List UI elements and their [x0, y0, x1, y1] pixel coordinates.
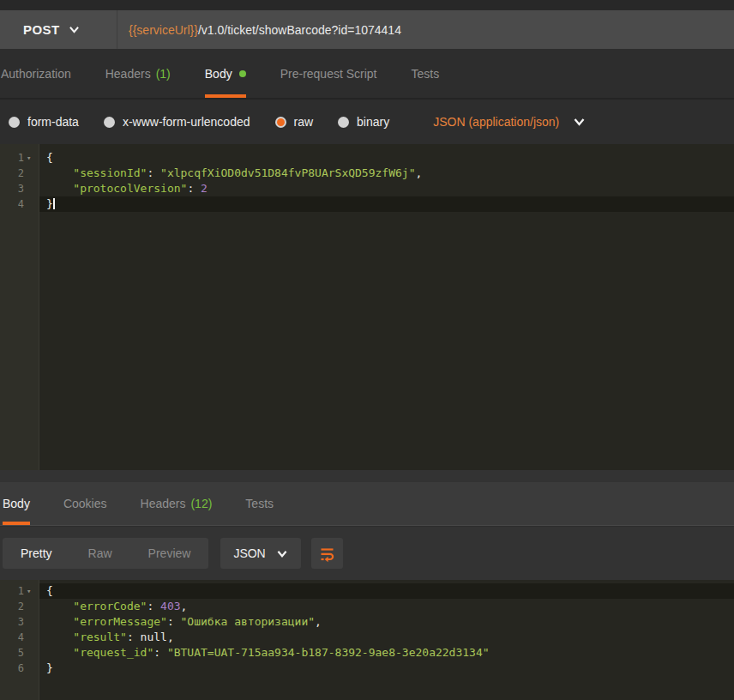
request-body-editor[interactable]: 1▾{2 "sessionId": "xlpcqfXiOD0dv51D84fvP…	[0, 144, 734, 470]
token-key: "sessionId"	[73, 166, 147, 179]
token-string: "BTUAT=UAT-715aa934-b187-8392-9ae8-3e20a…	[167, 646, 490, 659]
top-strip	[0, 0, 734, 10]
view-mode-pretty[interactable]: Pretty	[3, 538, 70, 569]
content-type-selector[interactable]: JSON (application/json)	[433, 115, 586, 129]
fold-icon[interactable]: ▾	[27, 583, 31, 599]
token-plain: ,	[415, 166, 422, 179]
tab-label: Authorization	[1, 67, 71, 81]
code-text[interactable]: {	[39, 583, 734, 599]
chevron-down-icon	[573, 117, 586, 127]
code-text[interactable]: "request_id": "BTUAT=UAT-715aa934-b187-8…	[39, 645, 734, 661]
line-gutter: 4	[0, 630, 39, 645]
token-key: "errorMessage"	[73, 615, 167, 628]
fold-icon[interactable]: ▾	[27, 150, 31, 166]
content-type-label: JSON (application/json)	[433, 115, 559, 129]
token-plain: }	[46, 661, 53, 674]
tab-label: Body	[3, 497, 30, 510]
token-plain: :	[147, 166, 160, 179]
token-plain: :	[127, 631, 141, 643]
line-number: 4	[0, 196, 24, 212]
request-tab-body[interactable]: Body	[205, 49, 246, 98]
line-gutter: 3	[0, 181, 39, 196]
request-url-bar: POST {{serviceUrl}}/v1.0/ticket/showBarc…	[0, 10, 734, 49]
response-format-dropdown[interactable]: JSON	[220, 538, 300, 569]
method-selector[interactable]: POST	[0, 10, 117, 49]
token-plain: {	[46, 151, 53, 164]
token-plain	[46, 182, 73, 195]
response-tab-headers[interactable]: Headers(12)	[141, 482, 213, 525]
code-line-2: 2 "errorCode": 403,	[0, 599, 734, 614]
radio-icon	[104, 117, 115, 128]
request-tab-tests[interactable]: Tests	[412, 49, 440, 98]
line-number: 3	[0, 614, 24, 630]
code-text[interactable]: "errorCode": 403,	[39, 599, 734, 614]
line-number: 3	[0, 181, 24, 196]
response-view-switcher: PrettyRawPreview	[3, 538, 208, 569]
token-plain: :	[147, 600, 160, 612]
code-text[interactable]: }	[39, 661, 734, 676]
tab-label: Headers	[141, 497, 186, 510]
token-plain	[46, 600, 73, 612]
request-tab-pre-request-script[interactable]: Pre-request Script	[280, 49, 377, 98]
radio-icon	[338, 117, 349, 128]
unsaved-indicator-dot	[239, 70, 246, 77]
code-text[interactable]: "errorMessage": "Ошибка авторизации",	[39, 614, 734, 630]
code-line-6: 6}	[0, 661, 734, 676]
token-number: 2	[201, 182, 208, 195]
token-number: 403	[160, 600, 180, 612]
response-tab-body[interactable]: Body	[3, 482, 30, 525]
token-plain	[46, 615, 73, 628]
response-body-editor[interactable]: 1▾{2 "errorCode": 403,3 "errorMessage": …	[0, 580, 734, 700]
postman-window: POST {{serviceUrl}}/v1.0/ticket/showBarc…	[0, 0, 734, 700]
body-mode-raw[interactable]: raw	[275, 115, 314, 129]
body-mode-label: binary	[357, 115, 389, 129]
wrap-text-button[interactable]	[311, 538, 343, 569]
chevron-down-icon	[276, 549, 288, 558]
text-cursor	[53, 198, 55, 209]
line-number: 5	[0, 645, 24, 661]
code-line-4: 4 "result": null,	[0, 630, 734, 645]
code-text[interactable]: }	[39, 196, 734, 212]
token-key: "protocolVersion"	[73, 182, 187, 195]
code-text[interactable]: {	[39, 150, 734, 166]
code-line-4: 4}	[0, 196, 734, 212]
tab-label: Tests	[245, 497, 274, 510]
radio-icon	[9, 117, 20, 128]
view-mode-raw[interactable]: Raw	[70, 538, 130, 569]
code-text[interactable]: "sessionId": "xlpcqfXiOD0dv51D84fvP8UArS…	[39, 166, 734, 181]
token-plain: :	[153, 646, 167, 659]
token-key: "request_id"	[73, 646, 153, 659]
section-divider	[0, 470, 734, 482]
line-gutter: 4	[0, 196, 39, 212]
line-number: 1	[0, 150, 24, 166]
token-string: "Ошибка авторизации"	[181, 615, 316, 628]
response-tab-tests[interactable]: Tests	[245, 482, 274, 525]
code-text[interactable]: "protocolVersion": 2	[39, 181, 734, 196]
chevron-down-icon	[69, 25, 80, 34]
code-line-1: 1▾{	[0, 583, 734, 599]
line-number: 2	[0, 166, 24, 181]
body-mode-x-www-form-urlencoded[interactable]: x-www-form-urlencoded	[104, 115, 250, 129]
code-line-2: 2 "sessionId": "xlpcqfXiOD0dv51D84fvP8UA…	[0, 166, 734, 181]
response-tab-cookies[interactable]: Cookies	[63, 482, 107, 525]
code-text[interactable]: "result": null,	[39, 630, 734, 645]
line-gutter: 3	[0, 614, 39, 630]
body-mode-radios: form-datax-www-form-urlencodedrawbinary	[9, 115, 414, 129]
tab-label: Tests	[412, 67, 440, 81]
request-body-code: 1▾{2 "sessionId": "xlpcqfXiOD0dv51D84fvP…	[0, 144, 734, 212]
body-mode-form-data[interactable]: form-data	[9, 115, 79, 129]
url-input[interactable]: {{serviceUrl}}/v1.0/ticket/showBarcode?i…	[117, 10, 734, 49]
line-gutter: 2	[0, 599, 39, 614]
request-tab-authorization[interactable]: Authorization	[1, 49, 71, 98]
token-plain: null	[141, 631, 167, 643]
request-tab-headers[interactable]: Headers(1)	[105, 49, 171, 98]
tab-label: Pre-request Script	[280, 67, 377, 81]
url-path: /v1.0/ticket/showBarcode?id=1074414	[198, 23, 401, 37]
body-mode-binary[interactable]: binary	[338, 115, 389, 129]
token-key: "errorCode"	[73, 600, 147, 612]
response-format-label: JSON	[233, 546, 265, 560]
tab-count-badge: (1)	[156, 67, 171, 81]
view-mode-preview[interactable]: Preview	[130, 538, 209, 569]
body-mode-label: raw	[294, 115, 314, 129]
body-mode-label: form-data	[27, 115, 79, 129]
